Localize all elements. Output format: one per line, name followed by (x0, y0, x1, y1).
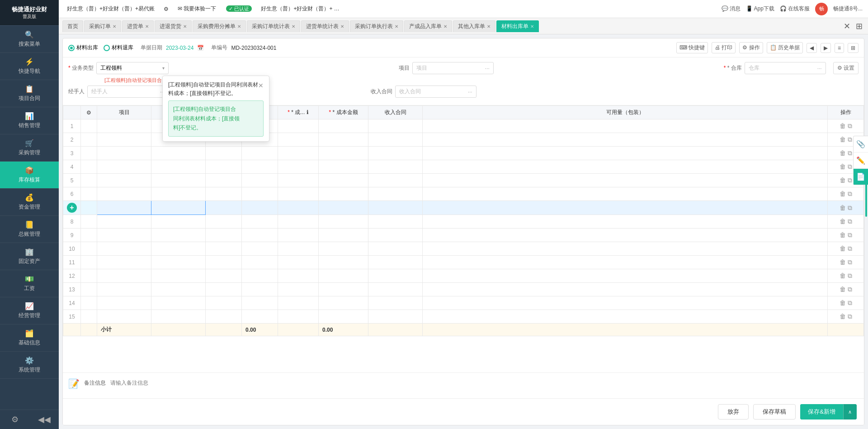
delete-row-btn[interactable]: 🗑 (839, 176, 847, 185)
settings-btn[interactable]: ⚙ (0, 410, 29, 429)
tab-close-purchase-order[interactable]: ✕ (113, 24, 116, 29)
sidebar-item-system[interactable]: ⚙️ 系统管理 (0, 352, 59, 379)
delete-row-btn[interactable]: 🗑 (839, 203, 847, 212)
copy-row-btn[interactable]: ⧉ (847, 217, 853, 226)
tab-inbound[interactable]: 进货单✕ (122, 20, 154, 32)
tab-other-inbound[interactable]: 其他入库单✕ (453, 20, 495, 32)
delete-row-btn[interactable]: 🗑 (839, 217, 847, 226)
topbar-certified[interactable]: ✓ 已认证 (222, 4, 255, 14)
topbar-good-biz[interactable]: 好生意（普）+好业财（普）+易代账 (64, 3, 157, 14)
tab-close-purchase-fee[interactable]: ✕ (237, 24, 241, 29)
delete-row-btn[interactable]: 🗑 (839, 121, 847, 130)
delete-row-btn[interactable]: 🗑 (839, 189, 847, 198)
operations-btn[interactable]: ⚙ 操作 (739, 42, 763, 53)
copy-row-btn[interactable]: ⧉ (847, 257, 853, 267)
copy-row-btn[interactable]: ⧉ (847, 162, 853, 171)
tab-close-inbound[interactable]: ✕ (145, 24, 149, 29)
sidebar-item-finance[interactable]: 💰 资金管理 (0, 189, 59, 216)
collapse-btn[interactable]: ◀◀ (29, 410, 59, 429)
delete-row-btn[interactable]: 🗑 (839, 285, 847, 294)
save-new-arrow-btn[interactable]: ∧ (843, 404, 857, 419)
copy-row-btn[interactable]: ⧉ (847, 244, 853, 253)
warehouse-dots[interactable]: ··· (817, 65, 822, 72)
project-input[interactable]: 项目 ··· (412, 62, 494, 74)
sidebar-item-project[interactable]: 📋 项目合同 (0, 80, 59, 107)
save-draft-button[interactable]: 保存草稿 (753, 404, 796, 419)
delete-row-btn[interactable]: 🗑 (839, 135, 847, 144)
project-dots[interactable]: ··· (485, 65, 490, 72)
tab-purchase-exec[interactable]: 采购订单执行表✕ (350, 20, 403, 32)
next-btn[interactable]: ▶ (821, 43, 831, 53)
sidebar-item-sales[interactable]: 📊 销售管理 (0, 107, 59, 134)
copy-row-btn[interactable]: ⧉ (847, 189, 853, 198)
tab-return[interactable]: 进退货货✕ (155, 20, 192, 32)
tab-close-purchase-exec[interactable]: ✕ (395, 24, 398, 29)
delete-row-btn[interactable]: 🗑 (839, 148, 847, 157)
sidebar-item-operations[interactable]: 📈 经营管理 (0, 297, 59, 324)
right-tool-clipboard[interactable]: 📎 (854, 136, 868, 153)
delete-row-btn[interactable]: 🗑 (839, 298, 847, 307)
tab-purchase-order[interactable]: 采购订单✕ (84, 20, 121, 32)
print-btn[interactable]: 🖨 打印 (712, 42, 736, 53)
sidebar-item-inventory[interactable]: 📦 库存核算 (0, 162, 59, 189)
form-view-btn[interactable]: ⊞ (848, 43, 859, 53)
sidebar-item-ledger[interactable]: 📒 总账管理 (0, 216, 59, 243)
topbar-settings-icon[interactable]: ⚙ (161, 4, 171, 14)
copy-row-btn[interactable]: ⧉ (847, 271, 853, 280)
online-service-btn[interactable]: 🎧 在线客服 (780, 5, 810, 13)
tab-close-return[interactable]: ✕ (183, 24, 187, 29)
copy-row-btn[interactable]: ⧉ (847, 121, 853, 130)
tab-finished-goods[interactable]: 产成品入库单✕ (404, 20, 452, 32)
add-row[interactable]: + 🗑⧉ (63, 201, 864, 215)
radio-material-outbound[interactable]: 材料出库 (68, 44, 98, 52)
discard-button[interactable]: 放弃 (718, 404, 749, 419)
delete-row-btn[interactable]: 🗑 (839, 271, 847, 280)
delete-row-btn[interactable]: 🗑 (839, 244, 847, 253)
warehouse-input[interactable]: 仓库 ··· (745, 62, 826, 74)
sidebar-item-salary[interactable]: 💵 工资 (0, 270, 59, 297)
tab-close-inbound-stat[interactable]: ✕ (340, 24, 344, 29)
sidebar-item-search[interactable]: 🔍 搜索菜单 (0, 26, 59, 53)
sidebar-item-quick-nav[interactable]: ⚡ 快捷导航 (0, 53, 59, 80)
tab-close-other-inbound[interactable]: ✕ (487, 24, 491, 29)
income-contract-dots[interactable]: ··· (468, 89, 472, 95)
message-btn[interactable]: 💬 消息 (722, 5, 741, 13)
tab-close-material-outbound[interactable]: ✕ (530, 24, 534, 29)
copy-row-btn[interactable]: ⧉ (847, 298, 853, 307)
date-value[interactable]: 2023-03-24 (166, 45, 193, 51)
tooltip-close-btn[interactable]: ✕ (258, 81, 264, 91)
radio-material-return[interactable]: 材料退库 (104, 44, 133, 52)
topbar-suite[interactable]: 好生意（普）+好业财（普）+ … (258, 3, 342, 14)
copy-row-btn[interactable]: ⧉ (847, 312, 853, 321)
copy-row-btn[interactable]: ⧉ (847, 230, 853, 239)
tab-close-purchase-stat[interactable]: ✕ (292, 24, 295, 29)
income-contract-input[interactable]: 收入合同 ··· (395, 86, 476, 98)
tab-layout-btn[interactable]: ⊞ (854, 20, 864, 32)
user-avatar[interactable]: 畅 (815, 3, 828, 15)
calendar-icon[interactable]: 📅 (197, 45, 204, 51)
tab-material-outbound[interactable]: 材料出库单✕ (496, 20, 539, 32)
tab-close-all-btn[interactable]: ✕ (842, 20, 852, 32)
app-download-btn[interactable]: 📱 App下载 (746, 5, 774, 13)
copy-row-btn[interactable]: ⧉ (847, 203, 853, 212)
save-new-main-btn[interactable]: 保存&新增 (800, 404, 843, 419)
topbar-try[interactable]: ✉ 我要体验一下 (175, 3, 219, 14)
tab-inbound-stat[interactable]: 进货单统计表✕ (301, 20, 349, 32)
delete-row-btn[interactable]: 🗑 (839, 312, 847, 321)
tab-purchase-fee[interactable]: 采购费用分摊单✕ (193, 20, 246, 32)
copy-row-btn[interactable]: ⧉ (847, 176, 853, 185)
copy-row-btn[interactable]: ⧉ (847, 148, 853, 157)
add-row-btn[interactable]: + (67, 203, 77, 213)
right-tool-edit[interactable]: ✏️ (854, 153, 868, 169)
handler-input[interactable]: 经手人 ··· (87, 86, 169, 98)
business-type-select[interactable]: 工程领料 (96, 62, 169, 74)
delete-row-btn[interactable]: 🗑 (839, 162, 847, 171)
tab-purchase-stat[interactable]: 采购订单统计表✕ (247, 20, 300, 32)
prev-btn[interactable]: ◀ (807, 43, 817, 53)
notes-input[interactable] (110, 377, 859, 394)
delete-row-btn[interactable]: 🗑 (839, 257, 847, 267)
delete-row-btn[interactable]: 🗑 (839, 230, 847, 239)
sidebar-item-assets[interactable]: 🏢 固定资产 (0, 243, 59, 270)
col-settings[interactable]: ⚙ (81, 106, 97, 119)
history-btn[interactable]: 📋 历史单据 (767, 42, 803, 53)
